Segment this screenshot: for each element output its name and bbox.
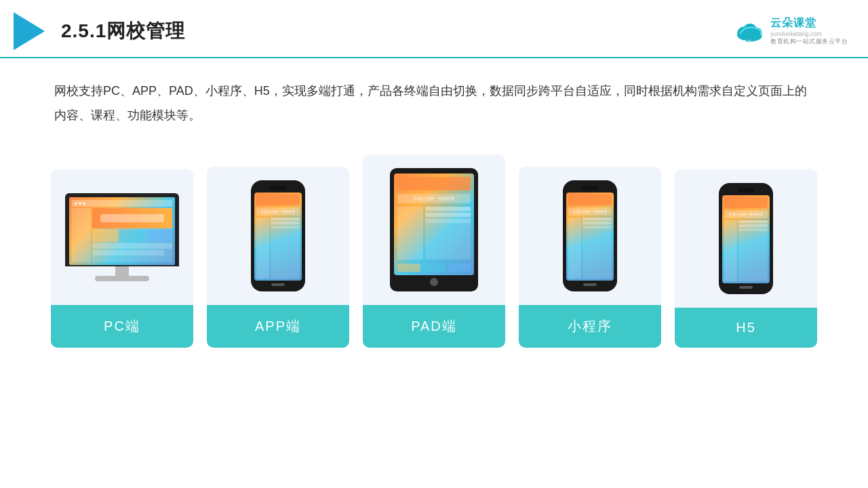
brand-url: yunduoketang.com — [770, 30, 822, 37]
card-h5: 职场人的第一堂销售课 H5 — [675, 169, 817, 348]
card-miniprogram: 职场人的第一堂销售课 小程序 — [519, 167, 661, 348]
description-text: 网校支持PC、APP、PAD、小程序、H5，实现多端打通，产品各终端自由切换，数… — [0, 58, 868, 134]
header: 2.5.1网校管理 云朵课堂 yunduoketang.com 教育机构 — [0, 0, 868, 58]
tablet-home-button — [430, 278, 438, 286]
brand-name: 云朵课堂 — [770, 16, 816, 30]
card-pad: 职场人的第一堂销售课 — [363, 155, 505, 348]
tablet-pad-icon: 职场人的第一堂销售课 — [390, 168, 478, 291]
card-app-image: 职场人的第一堂销售课 — [207, 167, 349, 305]
card-pc: PC端 — [51, 169, 193, 348]
cloud-icon — [734, 20, 766, 42]
card-h5-label: H5 — [675, 308, 817, 348]
phone-app-icon: 职场人的第一堂销售课 — [251, 180, 305, 291]
logo-triangle-icon — [14, 12, 45, 50]
card-miniprogram-image: 职场人的第一堂销售课 — [519, 167, 661, 305]
card-h5-image: 职场人的第一堂销售课 — [675, 169, 817, 308]
phone-h5-icon: 职场人的第一堂销售课 — [719, 183, 773, 294]
card-app-label: APP端 — [207, 305, 349, 348]
card-pad-image: 职场人的第一堂销售课 — [363, 155, 505, 305]
phone-miniprogram-icon: 职场人的第一堂销售课 — [563, 180, 617, 291]
card-pad-label: PAD端 — [363, 305, 505, 348]
pc-monitor-icon — [65, 193, 179, 281]
brand-sub: 教育机构一站式服务云平台 — [770, 37, 848, 46]
page-title: 2.5.1网校管理 — [61, 18, 185, 44]
header-left: 2.5.1网校管理 — [14, 12, 185, 50]
brand-logo: 云朵课堂 yunduoketang.com 教育机构一站式服务云平台 — [734, 16, 848, 46]
cards-container: PC端 职场人的第一堂销售课 — [0, 141, 868, 375]
card-pc-label: PC端 — [51, 305, 193, 348]
card-pc-image — [51, 169, 193, 305]
brand-text-block: 云朵课堂 yunduoketang.com 教育机构一站式服务云平台 — [770, 16, 848, 46]
card-app: 职场人的第一堂销售课 APP端 — [207, 167, 349, 348]
card-miniprogram-label: 小程序 — [519, 305, 661, 348]
header-right: 云朵课堂 yunduoketang.com 教育机构一站式服务云平台 — [734, 16, 848, 46]
